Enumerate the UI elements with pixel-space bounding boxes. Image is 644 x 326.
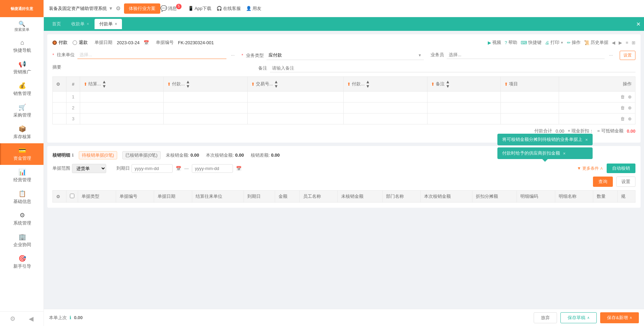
next-icon[interactable]: ▶ (619, 40, 622, 45)
more-filter-btn[interactable]: ▼ 更多条件 ∧ (577, 166, 603, 171)
row2-project[interactable] (501, 102, 559, 113)
row2-remark[interactable] (427, 102, 500, 113)
sidebar-collapse-icon[interactable]: ◀ (29, 315, 34, 323)
project-sort[interactable]: ⬆ 项目 (504, 81, 555, 87)
save-new-btn[interactable]: 保存&新增 ∧ (600, 312, 639, 323)
table-gear-col[interactable]: ⚙ (53, 77, 66, 92)
remark-sort[interactable]: ⬆ 备注 ▲▼ (431, 80, 497, 88)
row3-delete-icon[interactable]: 🗑 (620, 116, 625, 121)
online-service-action[interactable]: 🎧 在线客服 (216, 5, 241, 12)
user-action[interactable]: 👤 用友 (246, 5, 261, 12)
payment-amount-sort[interactable]: ⬆ 付款... ▲▼ (347, 80, 423, 88)
verify-checkbox-col[interactable] (66, 191, 78, 203)
row1-payment-amount[interactable] (344, 92, 427, 102)
row3-remark[interactable] (427, 113, 500, 124)
grid-icon[interactable]: ⊞ (632, 40, 635, 45)
due-date-start-input[interactable] (132, 164, 173, 173)
print-action[interactable]: 🖨 打印 ▼ (545, 39, 564, 46)
row2-settlement[interactable] (80, 102, 164, 113)
experience-btn[interactable]: 体验行业方案 (124, 3, 160, 14)
transaction-sort[interactable]: ⬆ 交易号... ▲▼ (251, 80, 340, 88)
video-action[interactable]: ▶ 视频 (488, 39, 501, 46)
tab-payment[interactable]: 付款单 × (95, 19, 122, 29)
tab-receipt[interactable]: 收款单 × (66, 19, 94, 29)
row3-payment-amount[interactable] (344, 113, 427, 124)
form-settings-btn[interactable]: 设置 (620, 51, 635, 60)
sidebar-item-base[interactable]: 📋 基础信息 (0, 186, 44, 208)
verify-info-icon[interactable]: ℹ (72, 153, 74, 158)
business-type-select[interactable]: 应付款 ▼ (267, 51, 424, 60)
history-action[interactable]: 📜 历史单据 (584, 39, 608, 46)
sidebar-item-purchase[interactable]: 🛒 采购管理 (0, 100, 44, 122)
row2-delete-icon[interactable]: 🗑 (620, 105, 625, 110)
sidebar-item-marketing[interactable]: 📢 营销推广 (0, 57, 44, 79)
row1-transaction[interactable] (247, 92, 344, 102)
col-settlement[interactable]: ⬆ 结算... ▲▼ (80, 77, 164, 92)
bottom-info-icon[interactable]: ℹ (70, 315, 71, 320)
sidebar-item-ops[interactable]: 📊 经营管理 (0, 165, 44, 186)
col-transaction[interactable]: ⬆ 交易号... ▲▼ (247, 77, 344, 92)
sidebar-item-corp[interactable]: 🏢 企业协同 (0, 230, 44, 251)
app-download-action[interactable]: 📱 App下载 (188, 5, 211, 12)
sidebar-item-system[interactable]: ⚙ 系统管理 (0, 208, 44, 230)
salesperson-more-icon[interactable]: ··· (609, 52, 613, 58)
tab-home[interactable]: 首页 (47, 19, 66, 29)
row2-copy-icon[interactable]: ⊕ (628, 105, 632, 110)
refund-radio[interactable]: 退款 (73, 39, 88, 46)
shortcut-action[interactable]: ⌨ 快捷键 (521, 39, 542, 46)
sidebar-settings-icon[interactable]: ⚙ (10, 315, 15, 323)
close-all-tabs-icon[interactable]: ✕ (636, 21, 641, 27)
setup-btn[interactable]: 设置 (616, 177, 635, 187)
col-payment-amount[interactable]: ⬆ 付款... ▲▼ (344, 77, 427, 92)
tooltip2-close-btn[interactable]: × (563, 151, 566, 156)
range-select[interactable]: 进货单 (72, 164, 106, 173)
auto-verify-btn[interactable]: 自动核销 (607, 164, 635, 173)
verify-gear-col[interactable]: ⚙ (53, 191, 66, 203)
row1-remark[interactable] (427, 92, 500, 102)
prev-icon[interactable]: ◀ (612, 40, 615, 45)
pay-radio[interactable]: 付款 (52, 39, 67, 46)
tab-payment-close[interactable]: × (115, 22, 117, 26)
pending-badge[interactable]: 待核销单据(0笔) (79, 151, 117, 159)
tab-receipt-close[interactable]: × (87, 22, 89, 26)
row2-transaction[interactable] (247, 102, 344, 113)
number-value[interactable]: FK-20230324-001 (178, 40, 214, 45)
salesperson-input[interactable] (447, 51, 605, 59)
sidebar-item-inventory[interactable]: 📦 库存核算 (0, 122, 44, 143)
sidebar-item-finance[interactable]: 💳 资金管理 (0, 143, 44, 165)
counterpart-more-icon[interactable]: ··· (231, 52, 235, 58)
done-badge[interactable]: 已核销单据(0笔) (122, 151, 161, 159)
row1-project[interactable] (501, 92, 559, 102)
pay-radio-input[interactable] (52, 40, 57, 45)
sidebar-item-sales[interactable]: 💰 销售管理 (0, 79, 44, 100)
row3-copy-icon[interactable]: ⊕ (628, 116, 632, 121)
op-action[interactable]: ✏ 操作 (567, 39, 581, 46)
verify-select-all[interactable] (70, 194, 74, 198)
message-action[interactable]: 💬 消息 5 (160, 5, 183, 12)
list-icon[interactable]: ≡ (626, 40, 628, 45)
save-draft-btn[interactable]: 保存草稿 ∧ (560, 312, 597, 323)
sidebar-item-search[interactable]: 🔍 搜索菜单 (0, 17, 44, 36)
help-action[interactable]: ? 帮助 (505, 39, 517, 46)
sidebar-item-nav[interactable]: ⌂ 快捷导航 (0, 36, 44, 57)
query-btn[interactable]: 查询 (593, 177, 613, 187)
row3-payment-method[interactable] (164, 113, 247, 124)
refund-radio-input[interactable] (73, 40, 77, 45)
col-payment-method[interactable]: ⬆ 付款... ▲▼ (164, 77, 247, 92)
calendar-icon[interactable]: 📅 (144, 40, 149, 45)
row3-transaction[interactable] (247, 113, 344, 124)
row1-payment-method[interactable] (164, 92, 247, 102)
header-gear-icon[interactable]: ⚙ (116, 5, 121, 12)
tooltip1-close-btn[interactable]: × (585, 137, 588, 142)
due-date-end-input[interactable] (192, 164, 233, 173)
row1-delete-icon[interactable]: 🗑 (620, 94, 625, 99)
settlement-sort[interactable]: ⬆ 结算... ▲▼ (84, 80, 160, 88)
row2-payment-amount[interactable] (344, 102, 427, 113)
draft-arrow-icon[interactable]: ∧ (587, 316, 590, 319)
row3-settlement[interactable] (80, 113, 164, 124)
save-new-arrow-icon[interactable]: ∧ (630, 316, 632, 319)
abandon-btn[interactable]: 放弃 (534, 312, 557, 323)
row2-payment-method[interactable] (164, 102, 247, 113)
due-date-calendar-start-icon[interactable]: 📅 (176, 166, 181, 171)
row3-project[interactable] (501, 113, 559, 124)
